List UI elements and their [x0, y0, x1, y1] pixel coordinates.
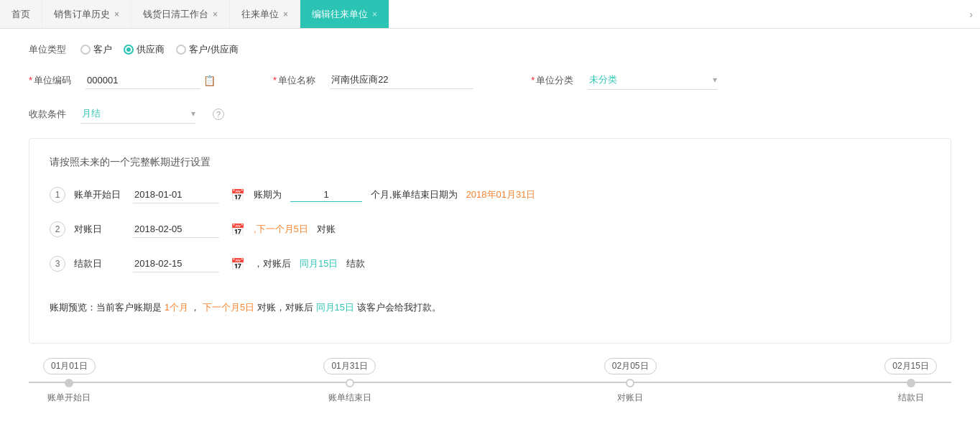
- preview-payment: 同月15日: [316, 302, 354, 313]
- radio-customer[interactable]: 客户: [80, 43, 112, 56]
- unit-name-input[interactable]: [330, 72, 473, 89]
- unit-name-label: *单位名称: [273, 74, 315, 87]
- payment-condition-select[interactable]: 月结 ▾: [80, 104, 195, 124]
- step-3-date-input[interactable]: [133, 255, 219, 272]
- tab-sales-history-label: 销售订单历史: [54, 8, 110, 21]
- category-dropdown-icon: ▾: [713, 75, 717, 85]
- timeline-point-1: 01月01日 账单开始日: [43, 358, 96, 404]
- radio-both-circle: [176, 45, 186, 55]
- radio-both[interactable]: 客户/供应商: [176, 43, 239, 56]
- step-3-highlight: 同月15日: [300, 257, 338, 270]
- step-number-2: 2: [50, 221, 65, 237]
- step-2-highlight: ,下一个月5日: [254, 223, 308, 236]
- step-2-calendar-icon[interactable]: 📅: [231, 223, 245, 236]
- tab-partner-units-close[interactable]: ×: [283, 9, 288, 19]
- timeline-badge-1: 01月01日: [43, 358, 96, 374]
- tab-sales-history-close[interactable]: ×: [114, 9, 119, 19]
- tab-cash-workbench-label: 钱货日清工作台: [143, 8, 208, 21]
- preview-reconcile-suffix: 对账，对账后: [257, 302, 313, 313]
- settings-card: 请按照未来的一个完整帐期进行设置 1 账单开始日 📅 账期为 个月,账单结束日期…: [29, 138, 951, 344]
- unit-type-radio-group: 客户 供应商 客户/供应商: [80, 43, 239, 56]
- preview-section: 账期预览：当前客户账期是 1个月 ， 下一个月5日 对账，对账后 同月15日 该…: [50, 290, 930, 326]
- unit-type-row: 单位类型 客户 供应商 客户/供应商: [29, 43, 951, 56]
- radio-customer-label: 客户: [93, 43, 112, 56]
- unit-category-label: *单位分类: [531, 74, 573, 87]
- unit-type-label: 单位类型: [29, 43, 66, 56]
- radio-supplier-circle: [124, 45, 134, 55]
- timeline-points: 01月01日 账单开始日 01月31日 账单结束日 02月05日 对账日 02月…: [43, 358, 937, 404]
- unit-category-value: 未分类: [588, 70, 713, 89]
- step-label-2: 对账日: [74, 223, 124, 236]
- tab-home-label: 首页: [11, 8, 30, 21]
- payment-help-icon[interactable]: ?: [213, 109, 224, 120]
- tab-home[interactable]: 首页: [0, 0, 42, 28]
- timeline-badge-2: 01月31日: [323, 358, 376, 374]
- step-2-date-input[interactable]: [133, 221, 219, 238]
- radio-both-label: 客户/供应商: [189, 43, 239, 56]
- card-title: 请按照未来的一个完整帐期进行设置: [50, 156, 930, 169]
- tab-cash-workbench-close[interactable]: ×: [213, 9, 218, 19]
- step-3-suffix: 结款: [346, 257, 365, 270]
- tab-cash-workbench[interactable]: 钱货日清工作台 ×: [131, 0, 230, 28]
- step-label-3: 结款日: [74, 257, 124, 270]
- step-row-2: 2 对账日 📅 ,下一个月5日 对账: [50, 221, 930, 238]
- timeline-wrapper: 01月01日 账单开始日 01月31日 账单结束日 02月05日 对账日 02月…: [29, 358, 951, 404]
- timeline-badge-3: 02月05日: [604, 358, 657, 374]
- timeline-dot-3: [626, 379, 634, 387]
- step-1-result-date: 2018年01月31日: [466, 188, 536, 201]
- tabs-bar: 首页 销售订单历史 × 钱货日清工作台 × 往来单位 × 编辑往来单位 × ›: [0, 0, 980, 29]
- required-mark-category: *: [531, 75, 535, 86]
- payment-dropdown-icon: ▾: [191, 109, 195, 119]
- timeline-dot-2: [346, 379, 354, 387]
- unit-category-select[interactable]: 未分类 ▾: [588, 70, 717, 90]
- payment-condition-value: 月结: [80, 104, 191, 123]
- step-1-period-input[interactable]: [290, 188, 362, 202]
- payment-condition-row: 收款条件 月结 ▾ ?: [29, 104, 951, 124]
- tabs-expand-button[interactable]: ›: [962, 0, 980, 28]
- preview-reconcile-prefix: 下一个月5日: [203, 302, 254, 313]
- timeline-point-4: 02月15日 结款日: [884, 358, 937, 404]
- step-row-3: 3 结款日 📅 ，对账后 同月15日 结款: [50, 255, 930, 272]
- radio-supplier-label: 供应商: [137, 43, 165, 56]
- unit-info-row: *单位编码 📋 *单位名称 *单位分类 未分类 ▾: [29, 70, 951, 90]
- timeline-label-4: 结款日: [898, 392, 924, 404]
- tab-edit-partner-close[interactable]: ×: [372, 9, 377, 19]
- step-1-suffix-before: 账期为: [254, 188, 282, 201]
- preview-ending: 该客户会给我打款。: [357, 302, 441, 313]
- timeline-badge-4: 02月15日: [884, 358, 937, 374]
- unit-code-input[interactable]: [85, 72, 200, 89]
- payment-condition-label: 收款条件: [29, 108, 66, 121]
- radio-supplier[interactable]: 供应商: [124, 43, 165, 56]
- step-3-prefix: ，对账后: [254, 257, 291, 270]
- tab-partner-units-label: 往来单位: [241, 8, 279, 21]
- step-number-1: 1: [50, 187, 65, 203]
- required-mark-name: *: [273, 75, 277, 86]
- tab-partner-units[interactable]: 往来单位 ×: [230, 0, 300, 28]
- tab-edit-partner[interactable]: 编辑往来单位 ×: [300, 0, 389, 28]
- step-3-calendar-icon[interactable]: 📅: [231, 257, 245, 271]
- tab-sales-history[interactable]: 销售订单历史 ×: [42, 0, 131, 28]
- step-1-date-input[interactable]: [133, 186, 219, 203]
- preview-label: 账期预览：当前客户账期是: [50, 302, 162, 313]
- radio-customer-circle: [80, 45, 91, 55]
- timeline-dot-4: [907, 379, 915, 387]
- timeline-label-3: 对账日: [617, 392, 643, 404]
- preview-middle: ，: [190, 302, 200, 313]
- preview-period: 1个月: [165, 302, 188, 313]
- timeline-point-2: 01月31日 账单结束日: [323, 358, 376, 404]
- step-1-calendar-icon[interactable]: 📅: [231, 188, 245, 202]
- content-area: 单位类型 客户 供应商 客户/供应商 *单位编码 📋: [0, 29, 980, 437]
- timeline-label-1: 账单开始日: [47, 392, 91, 404]
- unit-code-label: *单位编码: [29, 74, 71, 87]
- copy-code-icon[interactable]: 📋: [203, 75, 216, 86]
- timeline-label-2: 账单结束日: [328, 392, 371, 404]
- required-mark-code: *: [29, 75, 32, 86]
- step-row-1: 1 账单开始日 📅 账期为 个月,账单结束日期为 2018年01月31日: [50, 186, 930, 203]
- step-1-suffix-after: 个月,账单结束日期为: [371, 188, 458, 201]
- timeline-dot-1: [65, 379, 73, 387]
- expand-icon: ›: [969, 9, 973, 20]
- tab-edit-partner-label: 编辑往来单位: [312, 8, 368, 21]
- step-label-1: 账单开始日: [74, 188, 124, 201]
- step-number-3: 3: [50, 256, 65, 272]
- timeline-point-3: 02月05日 对账日: [604, 358, 657, 404]
